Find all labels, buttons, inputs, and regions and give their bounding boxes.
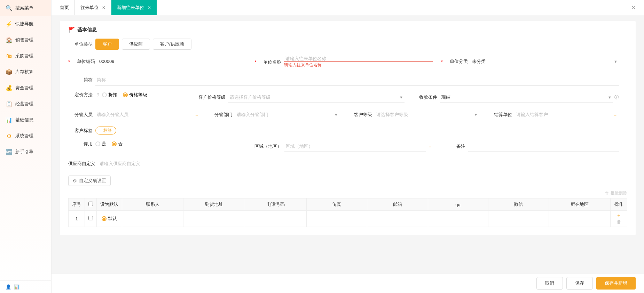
batch-delete-area: 🗑 批量删除 [68, 190, 627, 196]
row-checkbox[interactable] [88, 216, 93, 220]
department-arrow: ▼ [334, 113, 338, 117]
row-contact-input[interactable] [126, 216, 180, 221]
col-email: 邮箱 [367, 198, 428, 211]
row-region [549, 211, 611, 227]
unit-code-label: 单位编码 [71, 58, 95, 65]
unit-code-input[interactable] [98, 56, 246, 67]
sidebar-item-quick-nav[interactable]: ⚡ 快捷导航 [0, 16, 51, 32]
row-fax [306, 211, 367, 227]
delete-row-button[interactable]: 🗑 [616, 219, 621, 225]
customer-tags-field: 客户标签 + 标签 [68, 127, 619, 135]
batch-delete-label[interactable]: 批量删除 [611, 190, 627, 196]
sidebar-item-operations[interactable]: 📋 经营管理 [0, 96, 51, 112]
region-more-btn[interactable]: ··· [426, 144, 433, 149]
quick-nav-icon: ⚡ [6, 21, 13, 27]
row-address-input[interactable] [187, 216, 241, 221]
sidebar-item-system[interactable]: ⚙ 系统管理 [0, 128, 51, 144]
unit-category-select[interactable]: 未分类 ▼ [471, 56, 619, 67]
sidebar-item-purchase[interactable]: 🛍 采购管理 [0, 48, 51, 64]
pricing-help-icon[interactable]: ? [97, 92, 99, 98]
tab-home[interactable]: 首页 [54, 0, 75, 15]
disabled-yes-circle [95, 141, 100, 146]
payment-terms-arrow: ▼ [608, 95, 612, 99]
row-check [85, 211, 97, 227]
sidebar: 🔍 搜索菜单 ⚡ 快捷导航 🏠 销售管理 🛍 采购管理 📦 库存核算 💰 资金管… [0, 0, 52, 293]
payment-terms-help-icon[interactable]: ⓘ [614, 94, 619, 100]
unit-type-both-btn[interactable]: 客户/供应商 [153, 39, 191, 50]
row-email [367, 211, 428, 227]
basic-info-icon: 📊 [6, 116, 13, 123]
window-close-button[interactable]: ✕ [626, 4, 641, 11]
save-new-button[interactable]: 保存并新增 [596, 277, 636, 290]
department-select[interactable]: 请输入分管部门 ▼ [235, 109, 340, 120]
supervisor-more-btn[interactable]: ··· [193, 112, 200, 117]
remark-input[interactable] [468, 141, 619, 152]
row-fax-input[interactable] [310, 216, 363, 221]
short-name-label: 简称 [68, 77, 93, 83]
disabled-row: 停用 是 否 区域（地区） ··· [68, 141, 627, 152]
tab-partners-close[interactable]: ✕ [102, 5, 105, 10]
add-row-button[interactable]: + [617, 213, 620, 219]
pricing-discount-circle [102, 92, 107, 97]
cancel-button[interactable]: 取消 [536, 277, 563, 290]
save-button[interactable]: 保存 [566, 277, 593, 290]
row-wechat-input[interactable] [492, 216, 545, 221]
payment-terms-select[interactable]: 现结 ▼ [440, 92, 613, 103]
disabled-no-radio[interactable]: 否 [112, 141, 123, 147]
sidebar-item-inventory[interactable]: 📦 库存核算 [0, 64, 51, 80]
sidebar-item-search[interactable]: 🔍 搜索菜单 [0, 0, 51, 16]
unit-type-customer-btn[interactable]: 客户 [95, 39, 119, 50]
sidebar-item-finance[interactable]: 💰 资金管理 [0, 80, 51, 96]
unit-name-input[interactable] [284, 56, 432, 62]
supervisor-input[interactable] [95, 109, 193, 120]
col-check [85, 198, 97, 211]
unit-category-label: 单位分类 [443, 58, 468, 65]
customer-level-select[interactable]: 请选择客户等级 ▼ [375, 109, 479, 120]
payment-terms-label: 收款条件 [413, 94, 437, 100]
supervisor-field: 分管人员 ··· [68, 109, 200, 120]
tab-new-partner-close[interactable]: ✕ [148, 5, 151, 10]
settlement-unit-input[interactable] [515, 109, 613, 120]
select-all-checkbox[interactable] [88, 202, 93, 206]
supplier-custom-row: 供应商自定义 [68, 158, 627, 169]
tab-partners[interactable]: 往来单位 ✕ [75, 0, 111, 15]
supplier-custom-input[interactable] [98, 158, 619, 169]
pricing-method-field: 定价方法 ? 折扣 价格等级 [68, 92, 190, 98]
tab-new-partner[interactable]: 新增往来单位 ✕ [111, 0, 157, 15]
short-name-input[interactable] [95, 74, 619, 86]
col-seq: 序号 [69, 198, 85, 211]
unit-category-field: * 单位分类 未分类 ▼ [441, 56, 619, 67]
customer-level-field: 客户等级 请选择客户等级 ▼ [348, 109, 479, 120]
add-tag-button[interactable]: + 标签 [95, 127, 116, 135]
sidebar-item-basic-info[interactable]: 📊 基础信息 [0, 112, 51, 128]
settlement-unit-more-btn[interactable]: ··· [612, 112, 619, 117]
region-field: 区域（地区） ··· [254, 141, 432, 152]
custom-settings-button[interactable]: ⚙ 自定义项设置 [68, 176, 111, 186]
unit-code-field: * 单位编码 [68, 56, 246, 67]
code-name-category-row: * 单位编码 * 单位名称 请输入往来单位名称 * 单位分类 未分 [68, 56, 627, 68]
main-area: 首页 往来单位 ✕ 新增往来单位 ✕ ✕ 🚩 基本信息 单位类型 客户 [52, 0, 644, 293]
settlement-unit-label: 结算单位 [488, 112, 512, 118]
customer-price-level-arrow: ▼ [399, 95, 403, 99]
row-email-input[interactable] [371, 216, 424, 221]
row-qq-input[interactable] [432, 216, 485, 221]
pricing-level-radio[interactable]: 价格等级 [123, 92, 147, 98]
customer-price-level-select[interactable]: 请选择客户价格等级 ▼ [228, 92, 405, 103]
supplier-custom-label: 供应商自定义 [68, 161, 95, 167]
unit-type-supplier-btn[interactable]: 供应商 [122, 39, 150, 50]
pricing-discount-radio[interactable]: 折扣 [102, 92, 117, 98]
disabled-field: 停用 是 否 [68, 141, 246, 147]
row-ops: + 🗑 [611, 211, 627, 227]
disabled-yes-radio[interactable]: 是 [95, 141, 106, 147]
col-address: 到货地址 [183, 198, 245, 211]
contacts-table: 序号 设为默认 联系人 到货地址 电话号码 传真 邮箱 qq 微信 所在地区 操… [68, 198, 627, 227]
region-input[interactable] [284, 141, 426, 152]
unit-type-row: 单位类型 客户 供应商 客户/供应商 [68, 39, 627, 50]
tags-row: 客户标签 + 标签 [68, 127, 627, 135]
row-phone-input[interactable] [249, 216, 303, 221]
section-title: 🚩 基本信息 [68, 26, 627, 33]
sidebar-item-sales[interactable]: 🏠 销售管理 [0, 32, 51, 48]
sidebar-item-guide[interactable]: 🆕 新手引导 [0, 144, 51, 160]
row-region-input[interactable] [552, 216, 607, 221]
inventory-icon: 📦 [6, 68, 13, 75]
